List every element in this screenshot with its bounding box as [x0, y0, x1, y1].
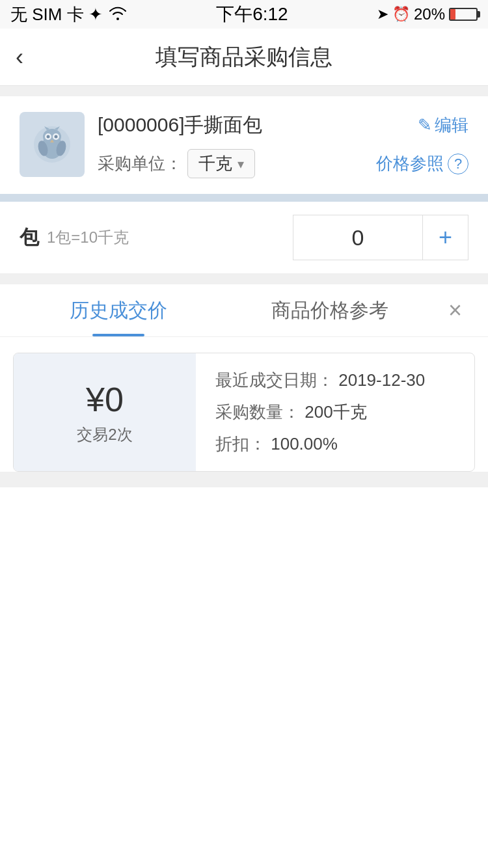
price-ref-button[interactable]: 价格参照 ? — [376, 152, 468, 175]
product-thumbnail — [20, 112, 85, 177]
quantity-row-detail: 采购数量： 200千克 — [215, 401, 455, 424]
wifi-icon — [108, 5, 128, 25]
tab-history-price[interactable]: 历史成交价 — [13, 284, 224, 336]
discount-label: 折扣： — [215, 434, 266, 454]
quantity-plus-button[interactable]: + — [423, 215, 468, 260]
svg-point-5 — [47, 135, 50, 139]
quantity-detail-value: 200千克 — [305, 402, 366, 422]
recent-date-label: 最近成交日期： — [215, 370, 334, 390]
quantity-controls: + — [293, 215, 468, 260]
history-card: ¥0 交易2次 最近成交日期： 2019-12-30 采购数量： 200千克 折… — [13, 353, 475, 472]
unit-value: 千克 — [198, 152, 232, 175]
quantity-unit-info: 包 1包=10千克 — [20, 224, 129, 251]
tab-active-indicator — [92, 334, 144, 336]
dropdown-arrow-icon: ▾ — [237, 156, 244, 172]
status-time: 下午6:12 — [216, 2, 288, 27]
tab-price-reference[interactable]: 商品价格参考 — [224, 284, 435, 336]
scroll-divider — [0, 194, 488, 202]
history-details: 最近成交日期： 2019-12-30 采购数量： 200千克 折扣： 100.0… — [196, 353, 474, 471]
discount-row: 折扣： 100.00% — [215, 433, 455, 455]
unit-selector[interactable]: 千克 ▾ — [187, 149, 255, 178]
recent-date-row: 最近成交日期： 2019-12-30 — [215, 369, 455, 392]
nav-bar: ‹ 填写商品采购信息 — [0, 29, 488, 86]
alarm-icon: ⏰ — [392, 6, 410, 23]
battery-icon — [449, 8, 478, 21]
edit-button[interactable]: ✎ 编辑 — [418, 114, 468, 137]
location-icon: ➤ — [377, 6, 388, 23]
quantity-unit: 包 — [20, 224, 39, 251]
recent-date-value: 2019-12-30 — [338, 370, 425, 390]
history-price: ¥0 — [86, 380, 124, 419]
battery-percent: 20% — [414, 5, 445, 23]
product-card: [0000006]手撕面包 ✎ 编辑 采购单位： 千克 ▾ 价格参照 ? — [0, 96, 488, 194]
unit-label: 采购单位： — [98, 152, 182, 175]
product-info: [0000006]手撕面包 ✎ 编辑 采购单位： 千克 ▾ 价格参照 ? — [98, 112, 468, 178]
status-bar: 无 SIM 卡 ✦ 下午6:12 ➤ ⏰ 20% — [0, 0, 488, 29]
status-left: 无 SIM 卡 ✦ — [10, 3, 128, 26]
product-name: [0000006]手撕面包 — [98, 112, 262, 139]
trade-count: 交易2次 — [77, 424, 132, 445]
history-price-panel: ¥0 交易2次 — [14, 353, 196, 471]
page-title: 填写商品采购信息 — [156, 42, 332, 72]
quantity-detail-label: 采购数量： — [215, 402, 300, 422]
edit-icon: ✎ — [418, 115, 432, 135]
discount-value: 100.00% — [271, 434, 338, 454]
help-icon: ? — [448, 154, 468, 174]
svg-point-6 — [55, 135, 58, 139]
status-right: ➤ ⏰ 20% — [377, 5, 478, 23]
tabs-container: 历史成交价 商品价格参考 × ¥0 交易2次 最近成交日期： 2019-12-3… — [0, 284, 488, 472]
quantity-row: 包 1包=10千克 + — [0, 202, 488, 274]
tabs-header: 历史成交价 商品价格参考 × — [0, 284, 488, 337]
tab-close-button[interactable]: × — [435, 290, 475, 331]
back-button[interactable]: ‹ — [16, 44, 23, 71]
quantity-input[interactable] — [293, 215, 423, 260]
price-ref-label: 价格参照 — [376, 152, 444, 175]
unit-conversion: 1包=10千克 — [47, 227, 129, 248]
page-bottom — [0, 487, 488, 868]
sim-label: 无 SIM 卡 ✦ — [10, 3, 103, 26]
